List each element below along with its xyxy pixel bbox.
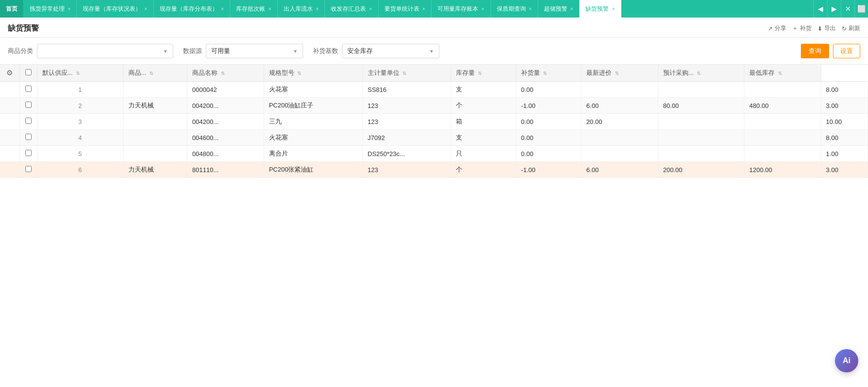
data-table: ⚙ 默认供应... ⇅ 商品... ⇅ 商品名称 ⇅ <box>0 65 868 178</box>
export-button[interactable]: ⬇ 导出 <box>817 24 836 33</box>
column-min-stock[interactable]: 最低库存 ⇅ <box>744 65 821 82</box>
chevron-down-icon: ▼ <box>429 49 434 54</box>
tab-11-active[interactable]: 缺货预警 × <box>579 0 621 18</box>
row-default-supplier <box>123 82 187 98</box>
row-checkbox[interactable] <box>25 150 32 156</box>
column-product-code[interactable]: 商品... ⇅ <box>123 65 187 82</box>
replenish-icon: ＋ <box>792 24 798 33</box>
data-source-label: 数据源 <box>183 47 202 55</box>
refresh-button[interactable]: ↻ 刷新 <box>842 24 860 33</box>
tab-4[interactable]: 库存批次账 × <box>230 0 277 18</box>
row-spec: SS816 <box>362 82 451 98</box>
close-icon[interactable]: × <box>268 6 271 12</box>
row-checkbox[interactable] <box>25 134 32 140</box>
table-header-row: ⚙ 默认供应... ⇅ 商品... ⇅ 商品名称 ⇅ <box>0 65 868 82</box>
tab-10[interactable]: 超储预警 × <box>538 0 579 18</box>
sort-icon: ⇅ <box>297 70 301 76</box>
row-gear <box>0 130 19 146</box>
column-default-supplier[interactable]: 默认供应... ⇅ <box>37 65 123 82</box>
row-checkbox[interactable] <box>25 86 32 92</box>
page-title: 缺货预警 <box>8 23 39 34</box>
row-number: 4 <box>37 130 123 146</box>
gear-icon[interactable]: ⚙ <box>6 69 13 77</box>
column-stock[interactable]: 库存量 ⇅ <box>451 65 516 82</box>
row-unit: 箱 <box>451 114 516 130</box>
row-checkbox-cell <box>19 162 37 178</box>
product-category-select[interactable]: ▼ <box>37 44 173 58</box>
row-checkbox[interactable] <box>25 118 32 124</box>
row-checkbox[interactable] <box>25 166 32 172</box>
close-icon[interactable]: × <box>369 6 372 12</box>
row-stock: 0.00 <box>516 82 581 98</box>
close-icon[interactable]: × <box>221 6 224 12</box>
tab-3[interactable]: 现存量（库存分布表） × <box>154 0 230 18</box>
tab-6[interactable]: 收发存汇总表 × <box>325 0 378 18</box>
tab-7[interactable]: 要货单统计表 × <box>379 0 432 18</box>
close-icon[interactable]: × <box>481 6 484 12</box>
close-icon[interactable]: × <box>570 6 573 12</box>
column-unit[interactable]: 主计量单位 ⇅ <box>362 65 451 82</box>
close-icon[interactable]: × <box>68 6 71 12</box>
replenish-button[interactable]: ＋ 补货 <box>792 24 812 33</box>
tab-prev-button[interactable]: ◀ <box>814 0 827 18</box>
tab-maximize-button[interactable]: ⬜ <box>854 0 868 18</box>
row-product-code: 0000042 <box>187 82 264 98</box>
sort-icon: ⇅ <box>221 70 225 76</box>
tab-8[interactable]: 可用量库存账本 × <box>432 0 490 18</box>
row-product-name: PC200张紧油缸 <box>264 162 362 178</box>
row-stock: -1.00 <box>516 162 581 178</box>
sort-icon: ⇅ <box>149 70 153 76</box>
row-unit: 支 <box>451 82 516 98</box>
column-replenish[interactable]: 补货量 ⇅ <box>516 65 581 82</box>
tab-close-all-button[interactable]: ✕ <box>841 0 854 18</box>
row-gear <box>0 114 19 130</box>
replenish-base-select[interactable]: 安全库存 ▼ <box>342 44 439 58</box>
table-row: 2力天机械004200...PC200油缸庄子123个-1.006.0080.0… <box>0 98 868 114</box>
sort-icon: ⇅ <box>76 70 80 76</box>
close-icon[interactable]: × <box>529 6 532 12</box>
column-gear[interactable]: ⚙ <box>0 65 19 82</box>
row-checkbox-cell <box>19 114 37 130</box>
row-default-supplier: 力天机械 <box>123 98 187 114</box>
data-source-select[interactable]: 可用量 ▼ <box>206 44 303 58</box>
row-latest-price <box>658 146 744 162</box>
close-icon[interactable]: × <box>144 6 147 12</box>
row-default-supplier <box>123 130 187 146</box>
row-min-stock: 8.00 <box>821 82 868 98</box>
row-product-code: 801110... <box>187 162 264 178</box>
data-source-value: 可用量 <box>211 47 289 55</box>
select-all-checkbox[interactable] <box>25 69 32 75</box>
ai-button[interactable]: Ai <box>835 349 858 372</box>
row-checkbox[interactable] <box>25 102 32 108</box>
row-number: 5 <box>37 146 123 162</box>
row-min-stock: 1.00 <box>821 146 868 162</box>
tab-2[interactable]: 现存量（库存状况表） × <box>77 0 153 18</box>
tab-5[interactable]: 出入库流水 × <box>278 0 325 18</box>
settings-button[interactable]: 设置 <box>833 44 860 58</box>
row-number: 1 <box>37 82 123 98</box>
sort-icon: ⇅ <box>543 70 547 76</box>
close-icon[interactable]: × <box>422 6 425 12</box>
data-source-group: 数据源 可用量 ▼ <box>183 44 303 58</box>
tab-9[interactable]: 保质期查询 × <box>491 0 538 18</box>
row-min-stock: 3.00 <box>821 98 868 114</box>
tab-next-button[interactable]: ▶ <box>827 0 841 18</box>
close-icon[interactable]: × <box>316 6 319 12</box>
tab-home[interactable]: 首页 <box>0 0 24 18</box>
column-latest-price[interactable]: 最新进价 ⇅ <box>581 65 658 82</box>
column-spec[interactable]: 规格型号 ⇅ <box>264 65 362 82</box>
row-product-name: 三九 <box>264 114 362 130</box>
table-row: 3004200...三九123箱0.0020.0010.00 <box>0 114 868 130</box>
row-replenish <box>581 146 658 162</box>
column-product-name[interactable]: 商品名称 ⇅ <box>187 65 264 82</box>
row-checkbox-cell <box>19 130 37 146</box>
query-button[interactable]: 查询 <box>801 44 829 58</box>
tab-1[interactable]: 拣货异常处理 × <box>24 0 77 18</box>
share-button[interactable]: ↗ 分享 <box>768 24 786 33</box>
row-estimated-purchase <box>744 146 821 162</box>
row-spec: 123 <box>362 114 451 130</box>
row-product-name: 离合片 <box>264 146 362 162</box>
row-gear <box>0 98 19 114</box>
close-icon[interactable]: × <box>612 6 615 12</box>
column-estimated-purchase[interactable]: 预计采购... ⇅ <box>658 65 744 82</box>
